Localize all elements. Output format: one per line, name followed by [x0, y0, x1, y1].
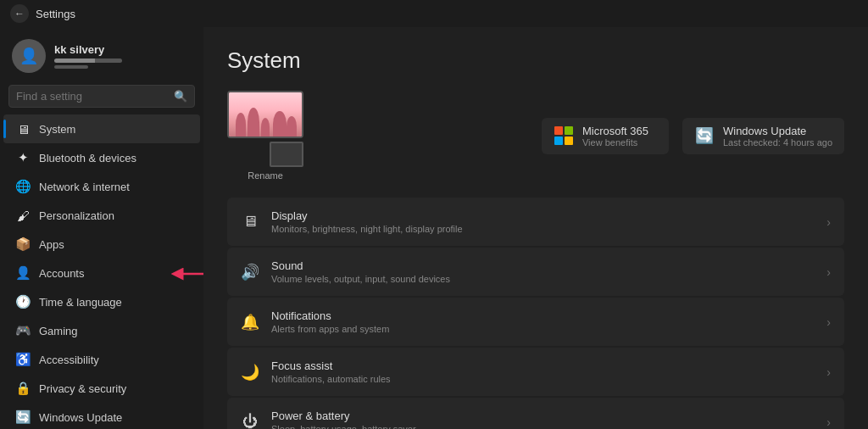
sidebar-item-apps[interactable]: 📦 Apps: [3, 230, 200, 259]
network-icon: 🌐: [15, 179, 31, 194]
display-screen: [227, 91, 303, 138]
screen-wallpaper: [229, 92, 302, 136]
sidebar-item-accessibility[interactable]: ♿ Accessibility: [3, 345, 200, 374]
chevron-sound: ›: [826, 265, 831, 279]
sidebar-item-windows-update[interactable]: 🔄 Windows Update: [3, 403, 200, 429]
privacy-icon: 🔒: [15, 381, 31, 396]
user-bar: [54, 58, 122, 63]
monitor-2: [270, 142, 303, 167]
ms365-text: Microsoft 365 View benefits: [582, 125, 648, 148]
tree-2: [248, 108, 259, 136]
system-icon: 🖥: [15, 121, 31, 136]
accounts-icon: 👤: [15, 265, 31, 281]
titlebar: ← Settings: [0, 0, 868, 27]
setting-notifications[interactable]: 🔔 Notifications Alerts from apps and sys…: [227, 298, 844, 346]
sound-sub: Volume levels, output, input, sound devi…: [271, 274, 815, 284]
setting-focus-assist[interactable]: 🌙 Focus assist Notifications, automatic …: [227, 348, 844, 396]
focus-text: Focus assist Notifications, automatic ru…: [271, 359, 815, 384]
display-preview[interactable]: Rename: [227, 91, 303, 181]
sidebar-item-time[interactable]: 🕐 Time & language: [3, 287, 200, 316]
accessibility-icon: ♿: [15, 352, 31, 367]
notifications-icon: 🔔: [241, 313, 259, 332]
chevron-focus: ›: [826, 365, 831, 379]
power-title: Power & battery: [271, 410, 815, 422]
winupdate-text: Windows Update Last checked: 4 hours ago: [723, 125, 832, 148]
sidebar-label-system: System: [39, 123, 75, 136]
winupdate-title: Windows Update: [723, 125, 832, 137]
focus-icon: 🌙: [241, 363, 259, 382]
user-info: kk silvery: [54, 43, 122, 69]
user-bar-small: [54, 65, 88, 69]
sidebar-item-system[interactable]: 🖥 System: [3, 114, 200, 143]
page-title: System: [227, 47, 844, 74]
sidebar-label-gaming: Gaming: [39, 325, 78, 337]
rename-label[interactable]: Rename: [248, 170, 283, 181]
notifications-text: Notifications Alerts from apps and syste…: [271, 309, 815, 334]
sidebar-item-privacy[interactable]: 🔒 Privacy & security: [3, 374, 200, 403]
chevron-power: ›: [826, 415, 831, 429]
notifications-title: Notifications: [271, 309, 815, 322]
content-area: System Rename: [203, 27, 868, 429]
personalization-icon: 🖌: [15, 208, 31, 223]
windows-update-icon: 🔄: [15, 410, 31, 425]
winupdate-icon: 🔄: [694, 125, 715, 146]
sidebar-item-accounts[interactable]: 👤 Accounts: [3, 259, 200, 287]
sidebar-label-bluetooth: Bluetooth & devices: [39, 152, 136, 164]
sidebar-item-personalization[interactable]: 🖌 Personalization: [3, 201, 200, 230]
user-profile[interactable]: 👤 kk silvery: [0, 31, 203, 85]
tree-1: [236, 113, 246, 136]
gaming-icon: 🎮: [15, 323, 31, 338]
sidebar-label-privacy: Privacy & security: [39, 382, 126, 395]
time-icon: 🕐: [15, 294, 31, 309]
main-layout: 👤 kk silvery 🔍 🖥 System ✦ Bluetooth & de…: [0, 27, 868, 429]
power-text: Power & battery Sleep, battery usage, ba…: [271, 410, 815, 429]
chevron-display: ›: [826, 215, 831, 229]
notifications-sub: Alerts from apps and system: [271, 324, 815, 334]
search-icon: 🔍: [174, 90, 187, 103]
sound-text: Sound Volume levels, output, input, soun…: [271, 259, 815, 284]
sidebar-item-network[interactable]: 🌐 Network & internet: [3, 172, 200, 201]
setting-display[interactable]: 🖥 Display Monitors, brightness, night li…: [227, 198, 844, 246]
tree-3: [261, 118, 270, 136]
sound-title: Sound: [271, 259, 815, 272]
sidebar-item-gaming[interactable]: 🎮 Gaming: [3, 316, 200, 345]
winupdate-widget[interactable]: 🔄 Windows Update Last checked: 4 hours a…: [682, 118, 844, 154]
tree-5: [287, 116, 297, 136]
ms365-grid: [554, 126, 573, 145]
sidebar-label-windows-update: Windows Update: [39, 411, 122, 424]
settings-list: 🖥 Display Monitors, brightness, night li…: [227, 198, 844, 429]
apps-icon: 📦: [15, 237, 31, 252]
display-sub: Monitors, brightness, night light, displ…: [271, 224, 815, 234]
setting-sound[interactable]: 🔊 Sound Volume levels, output, input, so…: [227, 248, 844, 296]
sidebar-label-apps: Apps: [39, 238, 64, 251]
sidebar-item-bluetooth[interactable]: ✦ Bluetooth & devices: [3, 143, 200, 172]
display-icon: 🖥: [241, 213, 259, 231]
display-text: Display Monitors, brightness, night ligh…: [271, 209, 815, 234]
sound-icon: 🔊: [241, 263, 259, 281]
search-box[interactable]: 🔍: [8, 85, 195, 108]
chevron-notifications: ›: [826, 315, 831, 329]
sidebar-label-personalization: Personalization: [39, 209, 114, 222]
avatar: 👤: [12, 39, 46, 73]
sidebar-label-time: Time & language: [39, 296, 122, 309]
arrow-annotation: [169, 259, 203, 289]
user-name: kk silvery: [54, 43, 122, 56]
bluetooth-icon: ✦: [15, 150, 31, 165]
ms365-widget[interactable]: Microsoft 365 View benefits: [542, 118, 669, 154]
app-title: Settings: [36, 8, 75, 20]
avatar-icon: 👤: [19, 47, 38, 65]
winupdate-sub: Last checked: 4 hours ago: [723, 137, 832, 148]
setting-power[interactable]: ⏻ Power & battery Sleep, battery usage, …: [227, 398, 844, 429]
focus-title: Focus assist: [271, 359, 815, 372]
search-input[interactable]: [16, 90, 169, 103]
ms365-title: Microsoft 365: [582, 125, 648, 137]
tree-4: [273, 111, 287, 136]
focus-sub: Notifications, automatic rules: [271, 374, 815, 384]
power-sub: Sleep, battery usage, battery saver: [271, 424, 815, 429]
back-button[interactable]: ←: [10, 4, 29, 23]
display-title: Display: [271, 209, 815, 222]
sidebar-label-accessibility: Accessibility: [39, 354, 99, 366]
ms365-icon: [554, 125, 574, 146]
ms365-sub: View benefits: [582, 137, 648, 148]
sidebar-label-network: Network & internet: [39, 181, 130, 193]
